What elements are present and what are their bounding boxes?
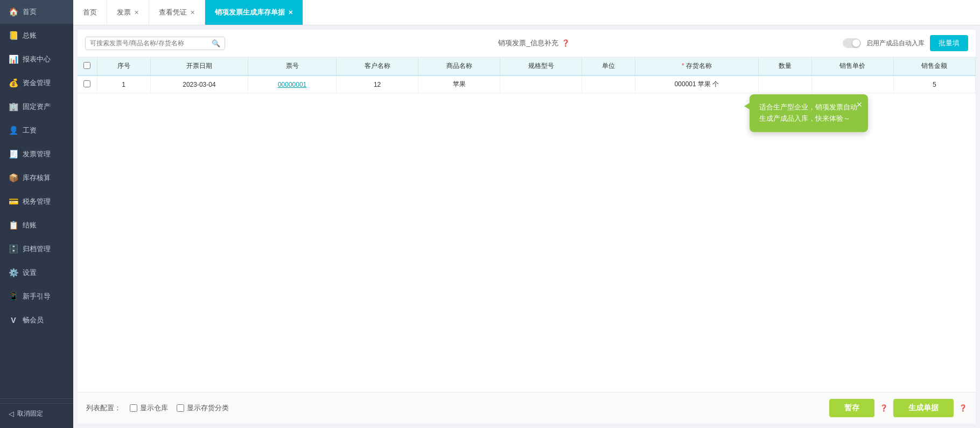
tab-view-voucher[interactable]: 查看凭证 ✕ bbox=[149, 0, 205, 25]
row-unit bbox=[582, 75, 635, 93]
sidebar-item-invoice-management[interactable]: 🧾 发票管理 bbox=[0, 142, 73, 166]
show-warehouse-item[interactable]: 显示仓库 bbox=[130, 403, 168, 413]
tab-view-voucher-label: 查看凭证 bbox=[159, 8, 187, 17]
save-help-icon[interactable]: ❓ bbox=[880, 404, 888, 412]
bottom-bar: 列表配置： 显示仓库 显示存货分类 暂存 ❓ 生成单据 ❓ bbox=[78, 392, 976, 424]
report-icon: 📊 bbox=[9, 54, 18, 64]
sidebar-item-label: 资金管理 bbox=[23, 78, 51, 88]
payroll-icon: 👤 bbox=[9, 126, 18, 135]
row-seq: 1 bbox=[97, 75, 150, 93]
row-sales-amount: 5 bbox=[893, 75, 975, 93]
header-inventory-name: 存货名称 bbox=[635, 57, 759, 75]
archive-icon: 🗄️ bbox=[9, 244, 18, 254]
sidebar-item-new-user-guide[interactable]: 📱 新手引导 bbox=[0, 285, 73, 308]
sidebar-item-label: 工资 bbox=[23, 126, 37, 135]
header-quantity: 数量 bbox=[758, 57, 811, 75]
show-inventory-category-item[interactable]: 显示存货分类 bbox=[177, 403, 229, 413]
sidebar-item-fixed-assets[interactable]: 🏢 固定资产 bbox=[0, 95, 73, 119]
sidebar-item-archive-management[interactable]: 🗄️ 归档管理 bbox=[0, 237, 73, 261]
toggle-thumb bbox=[852, 39, 860, 47]
header-product-name: 商品名称 bbox=[418, 57, 500, 75]
home-icon: 🏠 bbox=[9, 7, 18, 17]
sidebar-item-label: 固定资产 bbox=[23, 102, 51, 112]
sidebar-item-label: 总账 bbox=[23, 31, 37, 40]
tab-home-label: 首页 bbox=[83, 8, 97, 17]
bottom-buttons: 暂存 ❓ 生成单据 ❓ bbox=[829, 399, 967, 417]
show-inventory-category-label: 显示存货分类 bbox=[187, 403, 229, 413]
header-spec-model: 规格型号 bbox=[500, 57, 582, 75]
guide-icon: 📱 bbox=[9, 292, 18, 301]
search-box[interactable]: 🔍 bbox=[85, 37, 225, 50]
sidebar: 🏠 首页 📒 总账 📊 报表中心 💰 资金管理 🏢 固定资产 👤 工资 🧾 发票… bbox=[0, 0, 73, 428]
sidebar-item-fund-management[interactable]: 💰 资金管理 bbox=[0, 71, 73, 95]
sidebar-item-label: 设置 bbox=[23, 268, 37, 278]
sidebar-item-label: 发票管理 bbox=[23, 149, 51, 159]
toolbar-center: 销项发票_信息补充 ❓ bbox=[230, 38, 837, 48]
sidebar-item-label: 首页 bbox=[23, 7, 37, 17]
sidebar-item-label: 库存核算 bbox=[23, 173, 51, 183]
table-row: 1 2023-03-04 00000001 12 苹果 000001 苹果 个 … bbox=[78, 75, 976, 93]
settlement-icon: 📋 bbox=[9, 220, 18, 230]
select-all-checkbox[interactable] bbox=[83, 62, 90, 69]
sidebar-item-settlement[interactable]: 📋 结账 bbox=[0, 213, 73, 237]
settings-icon: ⚙️ bbox=[9, 268, 18, 278]
row-open-date: 2023-03-04 bbox=[150, 75, 248, 93]
undo-fixed-label: 取消固定 bbox=[17, 409, 43, 418]
sidebar-item-settings[interactable]: ⚙️ 设置 bbox=[0, 261, 73, 285]
header-unit: 单位 bbox=[582, 57, 635, 75]
sidebar-item-vip-member[interactable]: V 畅会员 bbox=[0, 308, 73, 332]
sidebar-item-label: 报表中心 bbox=[23, 54, 51, 64]
row-checkbox[interactable] bbox=[83, 80, 90, 87]
tab-invoice-close[interactable]: ✕ bbox=[134, 9, 139, 16]
sidebar-item-tax-management[interactable]: 💳 税务管理 bbox=[0, 190, 73, 213]
toolbar-row: 🔍 销项发票_信息补充 ❓ 启用产成品自动入库 批量填 bbox=[78, 30, 976, 57]
sidebar-item-label: 畅会员 bbox=[23, 315, 44, 325]
tax-icon: 💳 bbox=[9, 197, 18, 206]
save-button[interactable]: 暂存 bbox=[829, 399, 874, 417]
show-warehouse-label: 显示仓库 bbox=[140, 403, 168, 413]
sidebar-item-general-ledger[interactable]: 📒 总账 bbox=[0, 24, 73, 47]
auto-warehouse-toggle[interactable] bbox=[843, 38, 861, 48]
header-checkbox-cell bbox=[78, 57, 97, 75]
row-checkbox-cell bbox=[78, 75, 97, 93]
row-inventory-name[interactable]: 000001 苹果 个 bbox=[635, 75, 759, 93]
tab-invoice[interactable]: 发票 ✕ bbox=[107, 0, 149, 25]
sidebar-item-payroll[interactable]: 👤 工资 bbox=[0, 119, 73, 142]
generate-help-icon[interactable]: ❓ bbox=[959, 404, 967, 412]
batch-fill-button[interactable]: 批量填 bbox=[930, 35, 968, 51]
show-inventory-category-checkbox[interactable] bbox=[177, 404, 184, 412]
toggle-track bbox=[843, 38, 861, 48]
undo-fixed-button[interactable]: ◁ 取消固定 bbox=[0, 403, 73, 424]
tab-sales-invoice[interactable]: 销项发票生成库存单据 ✕ bbox=[205, 0, 303, 25]
header-open-date: 开票日期 bbox=[150, 57, 248, 75]
info-icon[interactable]: ❓ bbox=[562, 39, 570, 47]
tab-view-voucher-close[interactable]: ✕ bbox=[190, 9, 195, 16]
inventory-icon: 📦 bbox=[9, 173, 18, 183]
sidebar-item-label: 结账 bbox=[23, 220, 37, 230]
generate-button[interactable]: 生成单据 bbox=[893, 399, 954, 417]
tab-home[interactable]: 首页 bbox=[73, 0, 107, 25]
assets-icon: 🏢 bbox=[9, 102, 18, 112]
invoice-table: 序号 开票日期 票号 客户名称 商品名称 规格型号 单位 存货名称 数量 销售单… bbox=[78, 57, 976, 93]
tab-sales-invoice-close[interactable]: ✕ bbox=[288, 9, 293, 16]
row-product-name: 苹果 bbox=[418, 75, 500, 93]
search-input[interactable] bbox=[90, 39, 208, 47]
tooltip-close-button[interactable]: ✕ bbox=[856, 99, 863, 111]
vip-icon: V bbox=[9, 316, 18, 325]
content-area: 🔍 销项发票_信息补充 ❓ 启用产成品自动入库 批量填 bbox=[78, 30, 976, 424]
toolbar-right: 启用产成品自动入库 批量填 bbox=[843, 35, 968, 51]
header-sales-amount: 销售金额 bbox=[893, 57, 975, 75]
show-warehouse-checkbox[interactable] bbox=[130, 404, 137, 412]
sidebar-item-report-center[interactable]: 📊 报表中心 bbox=[0, 47, 73, 71]
sidebar-item-label: 新手引导 bbox=[23, 292, 51, 301]
sidebar-item-inventory[interactable]: 📦 库存核算 bbox=[0, 166, 73, 190]
enable-label: 启用产成品自动入库 bbox=[866, 39, 925, 48]
table-header-row: 序号 开票日期 票号 客户名称 商品名称 规格型号 单位 存货名称 数量 销售单… bbox=[78, 57, 976, 75]
tab-invoice-label: 发票 bbox=[117, 8, 131, 17]
sidebar-item-home[interactable]: 🏠 首页 bbox=[0, 0, 73, 24]
invoice-icon: 🧾 bbox=[9, 149, 18, 159]
sidebar-bottom: ◁ 取消固定 bbox=[0, 398, 73, 428]
header-ticket-no: 票号 bbox=[248, 57, 337, 75]
header-unit-price: 销售单价 bbox=[811, 57, 893, 75]
ticket-no-link[interactable]: 00000001 bbox=[278, 81, 306, 88]
